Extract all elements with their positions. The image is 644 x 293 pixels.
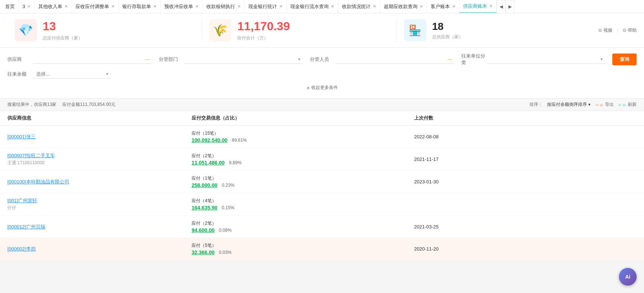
summary-section: 💎 13 总应付供应商（家） 🌾 11,170.39 应付合计（万） 🏪 18 …	[0, 13, 644, 48]
nav-tab-payment-verify-label: 收款核销执行	[206, 3, 235, 10]
video-link[interactable]: 视频	[603, 27, 612, 34]
nav-next-arrow[interactable]: ▶	[505, 0, 514, 13]
collapse-bar[interactable]: ∧ 收起更多条件	[7, 82, 637, 93]
filter-section: 供应商 ··· 分管部门 ▼ 分管人员 ··· 往来单位分类	[0, 48, 644, 99]
last-pay-date-row6: 2020-11-20	[414, 246, 439, 252]
nav-tab-3[interactable]: 3 ✕	[19, 0, 35, 13]
dept-input[interactable]	[185, 55, 296, 63]
nav-tab-other-income-label: 其他收入单	[38, 3, 62, 10]
category-filter-label: 往来单位分类	[461, 53, 487, 66]
supplier-link-row1[interactable]: [000001]张三	[7, 134, 192, 140]
pay-amount-row5: 94,600.00 0.08%	[192, 227, 414, 233]
nav-tab-advance-offset[interactable]: 预收冲应收单 ✕	[161, 0, 203, 13]
close-icon[interactable]: ✕	[237, 4, 241, 9]
pay-percent-row1: 89.61%	[232, 138, 247, 143]
pay-amount-value-row3[interactable]: 258,000.00	[192, 182, 217, 188]
balance-dropdown-wrap: ▼	[33, 70, 111, 79]
supplier-dots-icon[interactable]: ···	[143, 56, 151, 63]
close-icon[interactable]: ✕	[195, 4, 199, 9]
supplier-name-link-row2[interactable]: [000007]恒旺二手叉车	[7, 153, 55, 158]
pay-label-row3: 应付（1笔）	[192, 175, 414, 182]
last-pay-cell-row1: 2022-08-08	[414, 134, 637, 139]
table-row: [000100]本特勤油品有限公司 应付（1笔） 258,000.00 0.23…	[0, 171, 644, 193]
close-icon[interactable]: ✕	[452, 4, 455, 9]
balance-input[interactable]	[33, 70, 104, 78]
close-icon[interactable]: ✕	[373, 4, 376, 9]
close-icon[interactable]: ✕	[153, 4, 157, 9]
supplier-name-link-row3[interactable]: [000100]本特勤油品有限公司	[7, 179, 69, 185]
supplier-input[interactable]	[33, 55, 143, 63]
balance-dropdown-arrow-icon[interactable]: ▼	[104, 72, 111, 76]
category-input[interactable]	[487, 55, 599, 63]
supplier-name-link[interactable]: [000001]张三	[7, 134, 36, 139]
query-button[interactable]: 查询	[612, 54, 637, 65]
supplier-name-link-row6[interactable]: [000002]李四	[7, 246, 36, 252]
result-actions: 排序： 按应付余额倒序排序 ▼ ○ 导出 ○ 刷新	[529, 101, 637, 108]
refresh-button[interactable]: ○ 刷新	[618, 101, 637, 108]
pay-amount-row: 100,092,540.00 89.61%	[192, 137, 414, 143]
refresh-label: 刷新	[628, 101, 637, 108]
nav-tab-receipt-stat[interactable]: 收款情况统计 ✕	[338, 0, 380, 13]
circle-icon2: ⊙	[623, 28, 626, 33]
sort-button[interactable]: 按应付余额倒序排序 ▼	[547, 101, 591, 108]
close-icon[interactable]: ✕	[64, 4, 68, 9]
transaction-cell-row2: 应付（2笔） 11,051,486.00 9.89%	[192, 153, 414, 166]
nav-tab-ar-ap-adjust[interactable]: 应收应付调整单 ✕	[72, 0, 119, 13]
nav-tab-overdue-ar[interactable]: 超期应收款查询 ✕	[380, 0, 427, 13]
table-row: [000012]广州贝瑞 应付（2笔） 94,600.00 0.08% 2021…	[0, 216, 644, 238]
pay-amount-value-row6[interactable]: 32,366.00	[192, 249, 214, 255]
diamond-icon: 💎	[15, 19, 37, 41]
filter-row-2: 往来余额 ▼	[7, 70, 111, 79]
chevron-up-icon: ∧	[307, 85, 310, 90]
separator: ｜	[615, 27, 620, 34]
nav-tab-bank-deposit-label: 银行存取款单	[122, 3, 151, 10]
payable-total-label: 应付合计（万）	[237, 35, 389, 41]
supplier-name-link-row5[interactable]: [000012]广州贝瑞	[7, 224, 45, 230]
supplier-link-row2[interactable]: [000007]恒旺二手叉车	[7, 152, 192, 159]
pay-amount-value-row1[interactable]: 100,092,540.00	[192, 137, 227, 143]
person-dropdown-wrap: ···	[336, 55, 454, 64]
pay-percent-row3: 0.23%	[222, 183, 234, 188]
nav-tab-cash-bank-stat[interactable]: 现金银行统计 ✕	[245, 0, 287, 13]
nav-tab-ar-ap-adjust-label: 应收应付调整单	[76, 3, 109, 10]
close-icon[interactable]: ✕	[27, 4, 31, 9]
col-header-last-pay: 上次付数	[414, 115, 637, 121]
nav-tab-other-income[interactable]: 其他收入单 ✕	[35, 0, 72, 13]
dept-dropdown-arrow-icon[interactable]: ▼	[296, 57, 302, 61]
pay-label-row1: 应付（15笔）	[192, 130, 414, 137]
nav-tab-payment-verify[interactable]: 收款核销执行 ✕	[203, 0, 245, 13]
category-dropdown-arrow-icon[interactable]: ▼	[598, 57, 605, 61]
nav-tab-supplier-ledger-label: 供应商账本	[463, 3, 487, 10]
pay-amount-value-row5[interactable]: 94,600.00	[192, 227, 214, 233]
table-header: 供应商信息 应付交易信息（占比） 上次付数	[0, 111, 644, 126]
total-suppliers-label: 总供应商（家）	[432, 34, 584, 40]
close-icon[interactable]: ✕	[111, 4, 115, 9]
close-icon[interactable]: ✕	[331, 4, 334, 9]
person-input[interactable]	[336, 55, 446, 63]
nav-tab-supplier-ledger[interactable]: 供应商账本 ✕	[459, 0, 497, 13]
last-pay-cell-row5: 2021-03-25	[414, 224, 637, 230]
close-icon[interactable]: ✕	[489, 4, 493, 8]
close-icon[interactable]: ✕	[279, 4, 283, 9]
filter-supplier: 供应商 ···	[7, 55, 151, 64]
help-link[interactable]: 帮助	[628, 27, 637, 34]
pay-amount-value-row4[interactable]: 164,635.90	[192, 205, 217, 211]
export-button[interactable]: ○ 导出	[596, 101, 614, 108]
nav-tab-overdue-ar-label: 超期应收款查询	[384, 3, 417, 10]
nav-tab-home[interactable]: 首页	[1, 0, 19, 13]
supplier-sub-row4: 仔仔	[7, 205, 192, 211]
export-circle-icon: ○	[600, 102, 603, 108]
pay-label-row4: 应付（4笔）	[192, 198, 414, 204]
last-pay-cell-row6: 2020-11-20	[414, 246, 637, 252]
pay-amount-value-row2[interactable]: 11,051,486.00	[192, 160, 225, 166]
nav-prev-arrow[interactable]: ◀	[497, 0, 505, 13]
nav-tab-bank-deposit[interactable]: 银行存取款单 ✕	[119, 0, 161, 13]
col-header-supplier: 供应商信息	[7, 115, 192, 121]
close-icon[interactable]: ✕	[420, 4, 423, 9]
pay-label-row5: 应付（2笔）	[192, 220, 414, 227]
nav-tab-cash-flow[interactable]: 现金银行流水查询 ✕	[287, 0, 338, 13]
nav-tab-customer-ledger[interactable]: 客户账本 ✕	[427, 0, 459, 13]
supplier-name-link-row4[interactable]: [001]广州荣轩	[7, 198, 37, 203]
last-pay-date-row3: 2023-01-30	[414, 179, 439, 185]
person-dots-icon[interactable]: ···	[446, 56, 454, 63]
